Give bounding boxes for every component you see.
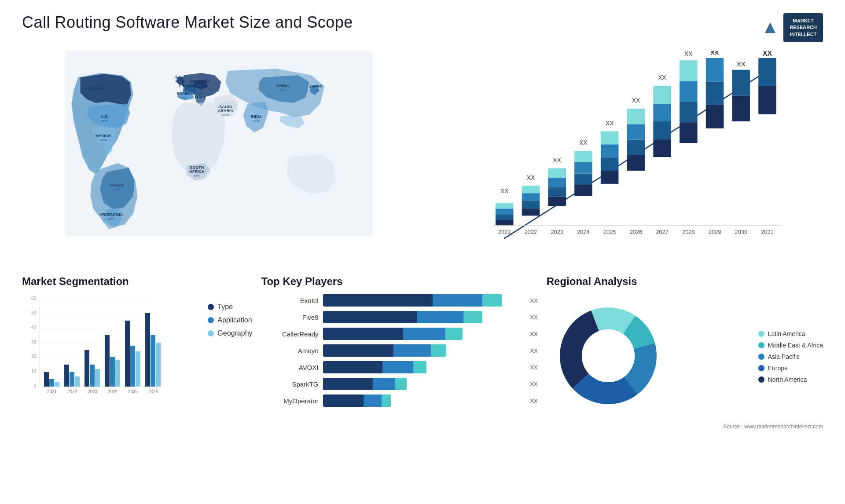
svg-text:2026: 2026: [148, 389, 158, 394]
regional-legend: Latin America Middle East & Africa Asia …: [758, 330, 823, 383]
segmentation-title: Market Segmentation: [22, 275, 253, 288]
svg-text:2026: 2026: [630, 229, 642, 235]
svg-text:2029: 2029: [709, 229, 721, 235]
svg-rect-115: [151, 335, 155, 387]
bar-chart-svg: XX XX XX XX XX: [429, 51, 823, 262]
svg-text:XX: XX: [527, 175, 535, 182]
page-header: Call Routing Software Market Size and Sc…: [22, 13, 823, 42]
svg-text:XX: XX: [710, 51, 719, 56]
bar-2021-s4: [496, 203, 514, 209]
svg-text:ARABIA: ARABIA: [218, 109, 233, 113]
svg-rect-105: [84, 350, 89, 387]
svg-text:50: 50: [31, 310, 37, 315]
svg-rect-34: [574, 174, 592, 185]
player-bar-wrap-avoxi: [323, 361, 522, 373]
bar-2021-s1: [496, 220, 514, 226]
segmentation-chart: 0 10 20 30 40 50 60: [22, 294, 163, 409]
legend-dot-type: [208, 304, 214, 310]
svg-text:2024: 2024: [108, 389, 118, 394]
legend-label-geography: Geography: [217, 329, 252, 337]
player-row-exotel: Exotel XX: [261, 294, 538, 307]
logo-text: MARKET RESEARCH INTELLECT: [783, 13, 823, 42]
player-row-callerready: CallerReady XX: [261, 328, 538, 340]
reg-label-northamerica: North America: [768, 376, 807, 383]
svg-text:xx%: xx%: [100, 138, 107, 142]
svg-text:xx%: xx%: [197, 84, 203, 88]
svg-rect-100: [49, 379, 54, 387]
svg-rect-51: [653, 86, 671, 104]
svg-rect-64: [732, 70, 750, 96]
svg-text:2030: 2030: [735, 229, 747, 235]
svg-text:xx%: xx%: [108, 217, 114, 221]
reg-dot-europe: [758, 365, 764, 371]
player-name-exotel: Exotel: [261, 297, 319, 304]
svg-rect-108: [105, 335, 110, 387]
svg-text:XX: XX: [500, 187, 509, 194]
svg-rect-58: [706, 105, 724, 128]
svg-rect-116: [156, 343, 161, 387]
reg-dot-asia: [758, 354, 764, 360]
svg-rect-39: [601, 157, 619, 171]
svg-text:XX: XX: [763, 51, 772, 57]
svg-text:xx%: xx%: [197, 99, 204, 103]
svg-rect-107: [95, 369, 100, 387]
legend-dot-application: [208, 317, 214, 323]
player-xx-ameyo: XX: [530, 347, 537, 354]
svg-rect-63: [732, 96, 750, 122]
svg-text:xx%: xx%: [101, 119, 108, 123]
svg-rect-33: [574, 185, 592, 196]
svg-rect-45: [627, 124, 645, 140]
reg-item-europe: Europe: [758, 365, 823, 372]
svg-text:XX: XX: [632, 97, 640, 104]
svg-text:2021: 2021: [498, 229, 511, 235]
svg-text:30: 30: [31, 340, 37, 344]
us-label: U.S.: [101, 114, 109, 119]
svg-rect-59: [706, 82, 724, 105]
svg-rect-49: [653, 121, 671, 139]
player-row-ameyo: Ameyo XX: [261, 344, 538, 357]
svg-rect-36: [574, 151, 592, 162]
svg-rect-104: [75, 376, 80, 387]
svg-rect-113: [136, 351, 140, 387]
logo-area: MARKET RESEARCH INTELLECT: [761, 13, 823, 42]
svg-text:xx%: xx%: [93, 91, 100, 95]
svg-text:2028: 2028: [682, 229, 694, 235]
svg-rect-55: [680, 81, 698, 102]
legend-geography: Geography: [208, 329, 252, 337]
legend-application: Application: [208, 316, 252, 324]
svg-rect-38: [601, 171, 619, 184]
reg-item-mideast: Middle East & Africa: [758, 342, 823, 349]
svg-text:xx%: xx%: [253, 119, 260, 123]
svg-text:AFRICA: AFRICA: [190, 169, 205, 174]
svg-text:2025: 2025: [128, 389, 138, 394]
italy-label: ITALY: [195, 95, 206, 99]
svg-rect-102: [64, 365, 69, 387]
germany-label: GERMANY: [190, 79, 210, 84]
map-section: CANADA xx% U.S. xx% MEXICO xx% BRAZIL xx…: [22, 51, 416, 262]
seg-legend: Type Application Geography: [208, 294, 252, 337]
svg-rect-31: [548, 168, 566, 178]
player-row-five9: Five9 XX: [261, 311, 538, 323]
reg-label-asia: Asia Pacific: [768, 353, 800, 360]
spain-label: SPAIN: [177, 91, 189, 96]
svg-rect-43: [627, 155, 645, 171]
svg-rect-29: [548, 187, 566, 197]
reg-label-europe: Europe: [768, 365, 788, 372]
svg-rect-66: [758, 86, 776, 114]
svg-rect-26: [522, 186, 540, 193]
svg-rect-53: [680, 122, 698, 143]
player-bar-wrap-exotel: [323, 294, 522, 307]
bottom-section: Market Segmentation 0 10 20 30 40: [22, 275, 823, 430]
svg-rect-40: [601, 144, 619, 157]
regional-section: Regional Analysis Latin Ame: [547, 275, 823, 430]
svg-rect-54: [680, 102, 698, 122]
source-text: Source : www.marketresearchintellect.com: [547, 424, 823, 430]
player-name-five9: Five9: [261, 314, 319, 321]
player-bar-wrap-sparktg: [323, 378, 522, 390]
svg-text:xx%: xx%: [312, 88, 319, 92]
reg-dot-mideast: [758, 342, 764, 348]
player-row-sparktg: SparkTG XX: [261, 378, 538, 390]
japan-label: JAPAN: [309, 84, 323, 88]
svg-rect-25: [522, 193, 540, 201]
svg-text:XX: XX: [579, 139, 588, 146]
